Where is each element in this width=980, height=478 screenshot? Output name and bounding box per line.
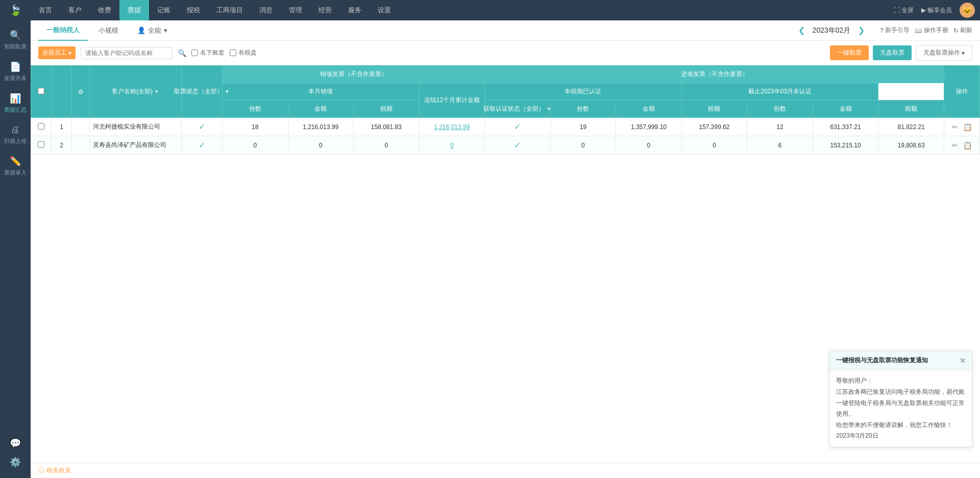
nav-settings[interactable]: 设置 (370, 0, 399, 20)
col-header-sales-tax: 税额 (354, 100, 420, 118)
row2-monthly-shares: 0 (223, 136, 288, 155)
row1-monthly-amount: 1,216,013.99 (288, 118, 354, 136)
my-accounts-checkbox[interactable] (191, 49, 198, 56)
row1-cert-check-icon: ✓ (514, 122, 521, 131)
row1-monthly-tax: 158,081.83 (354, 118, 420, 136)
employee-select-btn[interactable]: 全部员工 ▾ (38, 46, 76, 59)
sidebar-item-invoice-entry[interactable]: ✏️ 票据录入 (1, 152, 30, 181)
my-accounts-checkbox-label[interactable]: 名下账套 (191, 48, 225, 57)
nav-invoice[interactable]: 票据 (119, 0, 149, 20)
date-next-btn[interactable]: ❯ (855, 26, 867, 35)
col-header-settings: ⚙ (72, 66, 90, 118)
row1-uncert-tax: 81,822.21 (878, 118, 944, 136)
tab-all-capable[interactable]: 👤 全能 ▾ (129, 20, 176, 41)
nav-items: 首页 客户 收费 票据 记账 报税 工商项目 消息 管理 经营 服务 设置 (31, 0, 894, 20)
row1-monthly-shares: 18 (223, 118, 288, 136)
employee-select-chevron: ▾ (68, 49, 71, 57)
nav-right: ⛶ 全屏 ▶ 畅享会员 🐱 (894, 3, 975, 18)
date-prev-btn[interactable]: ❮ (796, 26, 807, 35)
member-btn[interactable]: ▶ 畅享会员 (921, 6, 952, 15)
row2-checkbox[interactable] (38, 141, 44, 148)
search-input[interactable] (81, 47, 173, 59)
row2-num: 2 (52, 136, 72, 155)
row1-cancel-status: ✓ (182, 118, 223, 136)
one-click-ticket-btn[interactable]: 一键取票 (830, 45, 869, 60)
col-header-checkbox (31, 66, 52, 118)
row1-uncert-amount: 631,337.21 (813, 118, 878, 136)
tab-bar: 一般纳税人 小规模 👤 全能 ▾ ❮ 2023年02月 ❯ ? 新手引导 📖 操… (31, 20, 980, 41)
col-header-customer-name: 客户名称(全部) ▼ (90, 66, 182, 118)
manual-btn[interactable]: 📖 操作手册 (915, 26, 948, 35)
notification-line2: 江苏政务网已恢复访问电子税务局功能，易代账一键登陆电子税务局与无盘取票相关功能可… (836, 387, 966, 420)
sidebar-item-open-invoice[interactable]: 📄 发票开具 (1, 57, 30, 86)
col-header-sales-amount: 金额 (288, 100, 354, 118)
nav-manage[interactable]: 管理 (281, 0, 310, 20)
chat-icon[interactable]: 💬 (10, 438, 21, 449)
refresh-btn[interactable]: ↻ 刷新 (953, 26, 972, 35)
tab-bar-right: ? 新手引导 📖 操作手册 ↻ 刷新 (880, 26, 972, 35)
row1-settings-cell (72, 118, 90, 136)
nav-home[interactable]: 首页 (31, 0, 60, 20)
row1-cumulative[interactable]: 1,216,013.99 (419, 118, 485, 136)
main-table: ⚙ 客户名称(全部) ▼ 取票状态（全部） ▼ 销项发票（不含作废票） (31, 65, 980, 155)
nav-fee[interactable]: 收费 (90, 0, 119, 20)
row2-uncert-shares: 6 (747, 136, 813, 155)
select-all-checkbox[interactable] (38, 88, 44, 94)
fullscreen-btn[interactable]: ⛶ 全屏 (894, 6, 914, 15)
no-disk-ticket-btn[interactable]: 无盘取票 (873, 45, 912, 60)
search-button[interactable]: 🔍 (178, 49, 186, 57)
col-header-monthly-sales: 本月销项 (223, 83, 420, 100)
row1-view-icon[interactable]: 📋 (963, 123, 972, 131)
guide-btn[interactable]: ? 新手引导 (880, 26, 910, 35)
sidebar-item-smart-ticket[interactable]: 🔍 智能取票 (1, 26, 30, 55)
date-display: 2023年02月 (813, 26, 851, 35)
row1-num: 1 (52, 118, 72, 136)
notification-header: 一键报税与无盘取票功能恢复通知 ✕ (830, 351, 972, 370)
notification-close-btn[interactable]: ✕ (960, 357, 966, 365)
col-header-cert-shares: 份数 (550, 100, 616, 118)
sidebar-item-invoice-summary[interactable]: 📊 票据汇总 (1, 89, 30, 118)
has-disk-checkbox-label[interactable]: 有税盘 (230, 48, 257, 57)
notification-line3: 给您带来的不便敬请谅解，祝您工作愉快！ (836, 420, 966, 431)
row2-view-icon[interactable]: 📋 (963, 141, 972, 149)
has-disk-checkbox[interactable] (230, 49, 236, 56)
cert-status-filter-icon[interactable]: ▼ (546, 106, 551, 112)
smart-ticket-icon: 🔍 (10, 30, 21, 41)
top-nav: 🍃 首页 客户 收费 票据 记账 报税 工商项目 消息 管理 经营 服务 设置 … (0, 0, 980, 20)
sidebar: 🔍 智能取票 📄 发票开具 📊 票据汇总 🖨 扫描上传 ✏️ 票据录入 💬 ⚙️ (0, 20, 31, 478)
bottom-bar: ⓘ 税务政策 (31, 463, 980, 478)
nav-customer[interactable]: 客户 (60, 0, 90, 20)
nav-message[interactable]: 消息 (251, 0, 281, 20)
customer-filter-icon[interactable]: ▼ (154, 89, 159, 94)
col-header-uncert-amount: 金额 (813, 100, 878, 118)
tax-policy-link[interactable]: ⓘ 税务政策 (38, 466, 71, 475)
sidebar-label-open-invoice: 发票开具 (4, 74, 27, 82)
col-header-cert-status: 获取认证状态（全部） ▼ (485, 100, 551, 118)
col-header-action: 操作 (944, 66, 980, 118)
sidebar-label-invoice-entry: 票据录入 (4, 169, 27, 177)
sidebar-item-scan-upload[interactable]: 🖨 扫描上传 (1, 120, 30, 149)
row1-customer-name: 河北柯捷梳实业有限公司 (90, 118, 182, 136)
sidebar-label-scan-upload: 扫描上传 (4, 137, 27, 145)
notification-popup: 一键报税与无盘取票功能恢复通知 ✕ 尊敬的用户： 江苏政务网已恢复访问电子税务局… (829, 350, 972, 447)
avatar[interactable]: 🐱 (960, 3, 975, 18)
col-header-uncertified: 截止2023年03月未认证 (681, 83, 878, 100)
row1-checkbox[interactable] (38, 123, 44, 130)
invoice-entry-icon: ✏️ (10, 156, 21, 167)
nav-tax[interactable]: 报税 (179, 0, 208, 20)
row2-cumulative[interactable]: 0 (419, 136, 485, 155)
tab-small-scale[interactable]: 小规模 (90, 20, 127, 41)
nav-operation[interactable]: 经营 (310, 0, 340, 20)
col-header-cancel-status: 取票状态（全部） ▼ (182, 66, 223, 118)
nav-accounting[interactable]: 记账 (149, 0, 179, 20)
nav-service[interactable]: 服务 (340, 0, 370, 20)
row1-edit-icon[interactable]: ✏ (952, 123, 958, 131)
tab-general-taxpayer[interactable]: 一般纳税人 (38, 20, 88, 41)
col-header-sales-shares: 份数 (223, 100, 288, 118)
cancel-status-filter-icon[interactable]: ▼ (225, 89, 230, 94)
nav-business[interactable]: 工商项目 (208, 0, 251, 20)
no-disk-ops-btn[interactable]: 无盘取票操作 ▾ (916, 45, 972, 61)
sidebar-label-smart-ticket: 智能取票 (4, 43, 27, 51)
row2-edit-icon[interactable]: ✏ (952, 141, 958, 149)
settings-icon[interactable]: ⚙️ (10, 457, 21, 468)
